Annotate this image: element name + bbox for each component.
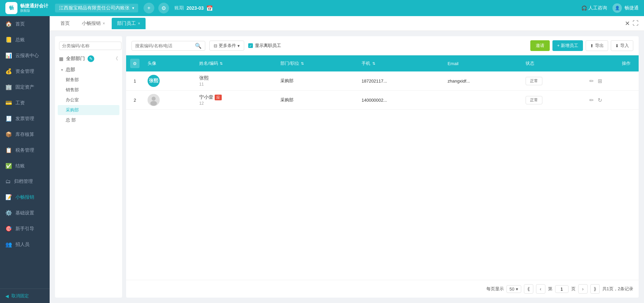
row2-actions: ✏ ↻ bbox=[585, 91, 639, 110]
employee-table: ⚙ 头像 姓名/编码 ⇅ 部门/职位 bbox=[126, 55, 639, 280]
settings-button[interactable]: ⚙ bbox=[158, 3, 169, 13]
header-actions: + ⚙ bbox=[144, 3, 169, 13]
filter-button[interactable]: ⊟ 更多条件 ▾ bbox=[209, 41, 244, 51]
edit-icon[interactable]: ✏ bbox=[589, 78, 594, 84]
sidebar-item-report[interactable]: 📊 云报表中心 bbox=[0, 48, 50, 63]
dept-item-purchase[interactable]: 采购部 bbox=[58, 105, 119, 115]
dept-search: 🔍 bbox=[55, 39, 122, 53]
sidebar-item-salary[interactable]: 💳 工资 bbox=[0, 95, 50, 111]
col-settings-icon[interactable]: ⚙ bbox=[130, 59, 140, 68]
row1-index: 1 bbox=[126, 71, 144, 91]
row1-actions: ✏ ⊞ bbox=[585, 71, 639, 91]
refresh-icon[interactable]: ↻ bbox=[598, 97, 602, 103]
expense-icon: 📝 bbox=[5, 194, 12, 200]
user-name: 畅捷通 bbox=[625, 5, 639, 11]
show-resigned-toggle[interactable]: ✓ 显示离职员工 bbox=[248, 43, 281, 49]
employee-panel: 🔍 ⊟ 更多条件 ▾ ✓ 显示离职员工 邀请 bbox=[126, 36, 639, 298]
row2-name: 宁小壹 bbox=[199, 94, 213, 100]
row1-avatar: 张熙 bbox=[144, 71, 195, 91]
sidebar-item-home[interactable]: 🏠 首页 bbox=[0, 16, 50, 32]
dept-group-header-hq[interactable]: ▼ 总部 bbox=[58, 65, 119, 75]
page-input[interactable] bbox=[555, 285, 569, 293]
dept-collapse-icon[interactable]: 《 bbox=[113, 56, 118, 62]
tab-dept-close-icon[interactable]: × bbox=[138, 21, 140, 26]
add-employee-button[interactable]: + 新增员工 bbox=[552, 40, 583, 51]
show-resigned-label: 显示离职员工 bbox=[255, 43, 281, 49]
tab-expense[interactable]: 小畅报销 × bbox=[76, 18, 110, 29]
row1-name-cell: 张熙 11 bbox=[195, 71, 276, 91]
sidebar-item-inventory[interactable]: 📦 库存核算 bbox=[0, 127, 50, 142]
tab-dept-label: 部门员工 bbox=[117, 20, 136, 27]
dept-item-hq[interactable]: 总 部 bbox=[58, 115, 119, 125]
sidebar-item-invoice[interactable]: 🧾 发票管理 bbox=[0, 111, 50, 127]
sidebar-item-tax[interactable]: 📋 税务管理 bbox=[0, 142, 50, 158]
unpin-button[interactable]: ◀ 取消固定 bbox=[0, 289, 50, 303]
sidebar-item-guide[interactable]: 🎯 新手引导 bbox=[0, 221, 50, 237]
user-area[interactable]: 👤 畅捷通 bbox=[612, 3, 639, 13]
sidebar-item-expense[interactable]: 📝 小畅报销 bbox=[0, 189, 50, 205]
tab-bar-actions: ✕ ⛶ bbox=[625, 20, 639, 27]
tab-dept[interactable]: 部门员工 × bbox=[112, 18, 146, 29]
page-content: 🔍 ▦ 全部部门 ✎ 《 ▼ 总部 财务部 bbox=[50, 31, 644, 303]
expand-icon[interactable]: ⛶ bbox=[633, 20, 639, 27]
main-layout: 🏠 首页 📒 总账 📊 云报表中心 💰 资金管理 🏢 固定资产 💳 工资 🧾 发… bbox=[0, 16, 644, 303]
sidebar-label-tax: 税务管理 bbox=[15, 147, 34, 153]
page-size-label: 每页显示 bbox=[486, 286, 504, 292]
edit-icon[interactable]: ✏ bbox=[589, 97, 594, 103]
sidebar-label-expense: 小畅报销 bbox=[15, 194, 34, 200]
unpin-icon: ◀ bbox=[5, 294, 9, 299]
svg-point-1 bbox=[152, 97, 156, 101]
service-button[interactable]: 🎧 人工咨询 bbox=[581, 5, 607, 11]
row1-dept: 采购部 bbox=[276, 71, 358, 91]
invite-button[interactable]: 邀请 bbox=[530, 40, 550, 51]
resigned-checkbox[interactable]: ✓ bbox=[248, 43, 253, 48]
col-phone[interactable]: 手机 ⇅ bbox=[358, 55, 443, 71]
toolbar-right: 邀请 + 新增员工 ⬆ 导出 ⬇ 导入 bbox=[530, 40, 633, 51]
first-page-button[interactable]: ⟪ bbox=[524, 284, 533, 294]
row1-status: 正常 bbox=[522, 71, 585, 91]
calendar-icon[interactable]: 📅 bbox=[206, 5, 213, 11]
sidebar-item-recruit[interactable]: 👥 招人员 bbox=[0, 237, 50, 252]
import-button[interactable]: ⬇ 导入 bbox=[611, 40, 633, 51]
dept-panel: 🔍 ▦ 全部部门 ✎ 《 ▼ 总部 财务部 bbox=[55, 36, 122, 298]
page-size-select[interactable]: 50 ▾ bbox=[506, 285, 521, 293]
recruit-icon: 👥 bbox=[5, 241, 12, 248]
sidebar-item-funds[interactable]: 💰 资金管理 bbox=[0, 63, 50, 79]
sidebar-item-close[interactable]: ✅ 结账 bbox=[0, 158, 50, 174]
col-email: Email bbox=[443, 55, 521, 71]
tab-expense-close-icon[interactable]: × bbox=[103, 21, 105, 26]
dept-item-office[interactable]: 办公室 bbox=[58, 95, 119, 105]
add-button[interactable]: + bbox=[144, 3, 154, 13]
col-name[interactable]: 姓名/编码 ⇅ bbox=[195, 55, 276, 71]
logo-icon: 畅 bbox=[5, 2, 17, 14]
sidebar-item-settings[interactable]: ⚙️ 基础设置 bbox=[0, 205, 50, 221]
invoice-icon: 🧾 bbox=[5, 115, 12, 122]
dept-all-row[interactable]: ▦ 全部部门 ✎ 《 bbox=[55, 53, 122, 65]
expand-triangle-icon: ▼ bbox=[60, 68, 64, 72]
row2-code: 12 bbox=[199, 101, 272, 106]
dept-edit-button[interactable]: ✎ bbox=[88, 55, 94, 62]
dept-search-input[interactable] bbox=[59, 42, 121, 50]
last-page-button[interactable]: ⟫ bbox=[590, 284, 600, 294]
dept-item-sales[interactable]: 销售部 bbox=[58, 85, 119, 95]
sidebar-label-home: 首页 bbox=[15, 21, 25, 27]
col-status: 状态 bbox=[522, 55, 585, 71]
logout-icon[interactable]: ⊞ bbox=[598, 78, 602, 84]
close-all-icon[interactable]: ✕ bbox=[625, 20, 630, 27]
sidebar-item-assets[interactable]: 🏢 固定资产 bbox=[0, 79, 50, 95]
next-page-button[interactable]: › bbox=[578, 284, 588, 294]
sidebar-item-archive[interactable]: 🗂 归档管理 bbox=[0, 174, 50, 189]
page-size-value: 50 bbox=[509, 287, 514, 292]
search-input[interactable] bbox=[135, 43, 193, 48]
close-accounts-icon: ✅ bbox=[5, 163, 12, 169]
search-icon[interactable]: 🔍 bbox=[195, 43, 202, 49]
company-selector[interactable]: 江西服宝精品有限责任公司内账张 ▾ bbox=[55, 4, 138, 12]
home-icon: 🏠 bbox=[5, 21, 12, 27]
export-button[interactable]: ⬆ 导出 bbox=[586, 40, 608, 51]
prev-page-button[interactable]: ‹ bbox=[536, 284, 545, 294]
inventory-icon: 📦 bbox=[5, 131, 12, 138]
sidebar-item-ledger[interactable]: 📒 总账 bbox=[0, 32, 50, 48]
col-dept[interactable]: 部门/职位 ⇅ bbox=[276, 55, 358, 71]
tab-home[interactable]: 首页 bbox=[55, 18, 75, 29]
dept-item-finance[interactable]: 财务部 bbox=[58, 75, 119, 85]
